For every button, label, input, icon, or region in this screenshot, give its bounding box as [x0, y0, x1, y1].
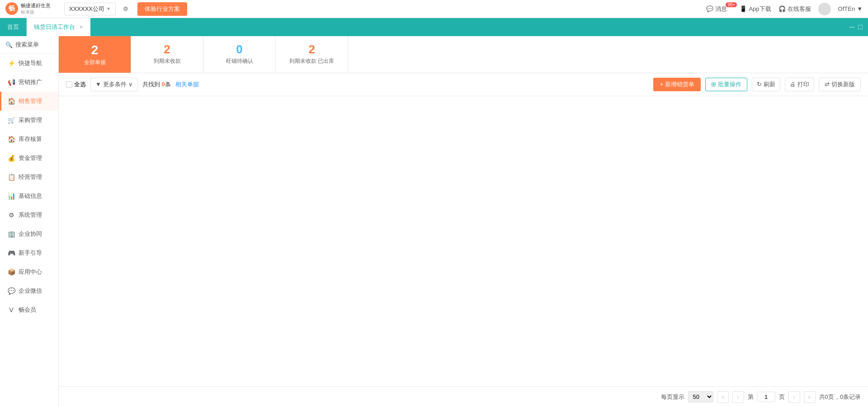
toolbar-left: 全选 ▼ 更多条件 ∨ 共找到 0条 相关单据 — [66, 78, 648, 91]
sidebar-label: 库存核算 — [19, 135, 42, 143]
sidebar-item-inventory[interactable]: 🏠 库存核算 — [0, 130, 58, 149]
sidebar-item-wechat[interactable]: 💬 企业微信 — [0, 281, 58, 300]
next-page-button[interactable]: › — [788, 391, 800, 403]
avatar[interactable] — [818, 3, 831, 15]
batch-label: 批量操作 — [718, 80, 741, 89]
tab-close-icon[interactable]: × — [80, 24, 83, 30]
home-tab-label: 首页 — [7, 23, 19, 31]
batch-operation-button[interactable]: ⊞ 批量操作 — [705, 78, 747, 91]
service-icon: 🎧 — [778, 5, 786, 12]
maximize-icon[interactable]: □ — [858, 23, 863, 31]
refresh-icon: ↻ — [757, 81, 762, 88]
stat-card-all[interactable]: 2 全部单据 — [59, 36, 131, 73]
last-page-button[interactable]: » — [804, 391, 816, 403]
print-icon: 🖨 — [790, 81, 796, 88]
sidebar-label: 经营管理 — [19, 173, 42, 181]
sidebar-item-operations[interactable]: 📋 经营管理 — [0, 168, 58, 187]
sidebar-label: 企业协同 — [19, 230, 42, 238]
stat-card-pending[interactable]: 0 旺铺待确认 — [203, 36, 276, 73]
marketing-icon: 📢 — [8, 79, 15, 86]
count-text: 共找到 0条 — [142, 80, 171, 89]
message-label: 消息 — [715, 5, 727, 13]
sidebar-item-finance[interactable]: 💰 资金管理 — [0, 149, 58, 168]
switch-version-button[interactable]: ⇄ 切换新版 — [819, 78, 861, 91]
related-records-link[interactable]: 相关单据 — [175, 80, 199, 89]
stat-cards: 2 全部单据 2 到期未收款 0 旺铺待确认 2 到期未收款 已出库 — [59, 36, 868, 73]
sidebar-item-purchase[interactable]: 🛒 采购管理 — [0, 111, 58, 130]
tabs-bar-actions: ─ □ — [849, 18, 868, 36]
refresh-button[interactable]: ↻ 刷新 — [752, 78, 780, 91]
trial-button[interactable]: 体验行业方案 — [137, 2, 187, 16]
logo-text-block: 畅捷通好生意 标准版 — [21, 2, 51, 15]
online-service-button[interactable]: 🎧 在线客服 — [778, 5, 811, 13]
per-page-label: 每页显示 — [661, 393, 684, 401]
stat-label-overdue: 到期未收款 — [145, 57, 189, 65]
inventory-icon: 🏠 — [8, 136, 15, 143]
search-icon: 🔍 — [5, 42, 13, 48]
sidebar-item-enterprise[interactable]: 🏢 企业协同 — [0, 225, 58, 243]
settings-button[interactable]: ⚙ — [119, 3, 132, 15]
toolbar: 全选 ▼ 更多条件 ∨ 共找到 0条 相关单据 + 新增销货单 ⊞ — [59, 73, 868, 96]
select-all-checkbox[interactable]: 全选 — [66, 80, 86, 89]
sidebar-item-member[interactable]: V 畅会员 — [0, 300, 58, 319]
sidebar-item-app-center[interactable]: 📦 应用中心 — [0, 262, 58, 281]
filter-button[interactable]: ▼ 更多条件 ∨ — [90, 78, 138, 91]
system-icon: ⚙ — [8, 211, 15, 219]
sidebar-item-quick-nav[interactable]: ⚡ 快捷导航 — [0, 54, 58, 73]
tab-label: 钱货日清工作台 — [34, 23, 75, 31]
stat-value-all: 2 — [72, 42, 117, 58]
count-number: 0 — [162, 81, 165, 88]
stat-label-pending: 旺铺待确认 — [217, 57, 262, 65]
print-button[interactable]: 🖨 打印 — [785, 78, 814, 91]
sidebar-item-sales[interactable]: 🏠 销售管理 — [0, 92, 58, 111]
sidebar-label: 快捷导航 — [19, 59, 42, 67]
content-area: 2 全部单据 2 到期未收款 0 旺铺待确认 2 到期未收款 已出库 全选 — [59, 36, 868, 407]
company-selector[interactable]: XXXXXX公司 ▼ — [64, 3, 116, 15]
minimize-icon[interactable]: ─ — [849, 23, 854, 31]
select-all-label: 全选 — [74, 80, 86, 89]
sidebar-label: 营销推广 — [19, 78, 42, 86]
app-download-button[interactable]: 📱 App下载 — [740, 5, 771, 13]
page-prefix: 第 — [748, 393, 754, 401]
pagination: 每页显示 50 100 200 « ‹ 第 页 › » 共0页，0条记录 — [59, 386, 868, 407]
per-page-select[interactable]: 50 100 200 — [688, 391, 713, 402]
wechat-icon: 💬 — [8, 287, 15, 295]
batch-icon: ⊞ — [711, 81, 716, 88]
search-menu-button[interactable]: 🔍 搜索菜单 — [0, 36, 58, 54]
tabs-bar: 首页 钱货日清工作台 × ─ □ — [0, 18, 868, 36]
switch-icon: ⇄ — [825, 81, 830, 88]
tab-qianghuo[interactable]: 钱货日清工作台 × — [27, 18, 90, 36]
switch-label: 切换新版 — [831, 80, 855, 89]
stat-card-overdue[interactable]: 2 到期未收款 — [131, 36, 203, 73]
messages-button[interactable]: 💬 消息 99+ — [706, 5, 732, 13]
basic-info-icon: 📊 — [8, 192, 15, 200]
filter-chevron-icon: ∨ — [128, 81, 133, 88]
main-layout: 🔍 搜索菜单 ⚡ 快捷导航 📢 营销推广 🏠 销售管理 🛒 采购管理 🏠 库存核… — [0, 36, 868, 407]
app-center-icon: 📦 — [8, 268, 15, 276]
page-number-input[interactable] — [757, 392, 775, 402]
refresh-label: 刷新 — [764, 80, 775, 89]
enterprise-icon: 🏢 — [8, 230, 15, 238]
add-sale-button[interactable]: + 新增销货单 — [653, 78, 701, 91]
search-menu-label: 搜索菜单 — [15, 41, 39, 49]
sidebar-label: 资金管理 — [19, 154, 42, 162]
logo: 畅 畅捷通好生意 标准版 — [5, 2, 64, 15]
prev-page-button[interactable]: ‹ — [732, 391, 744, 403]
tab-home[interactable]: 首页 — [0, 18, 27, 36]
stat-card-overdue-out[interactable]: 2 到期未收款 已出库 — [276, 36, 348, 73]
sidebar-item-guide[interactable]: 🎮 新手引导 — [0, 243, 58, 262]
sidebar-label: 销售管理 — [19, 97, 42, 105]
sidebar-item-basic-info[interactable]: 📊 基础信息 — [0, 187, 58, 206]
stat-label-all: 全部单据 — [72, 59, 117, 66]
sidebar-item-system[interactable]: ⚙ 系统管理 — [0, 206, 58, 225]
top-bar: 畅 畅捷通好生意 标准版 XXXXXX公司 ▼ ⚙ 体验行业方案 💬 消息 99… — [0, 0, 868, 18]
finance-icon: 💰 — [8, 154, 15, 162]
logo-icon: 畅 — [5, 2, 18, 15]
first-page-button[interactable]: « — [717, 391, 729, 403]
logo-sub: 标准版 — [21, 9, 51, 15]
app-icon: 📱 — [740, 5, 747, 12]
member-icon: V — [8, 306, 15, 313]
username[interactable]: OfTEn ▼ — [838, 5, 863, 12]
print-label: 打印 — [797, 80, 809, 89]
sidebar-item-marketing[interactable]: 📢 营销推广 — [0, 73, 58, 92]
